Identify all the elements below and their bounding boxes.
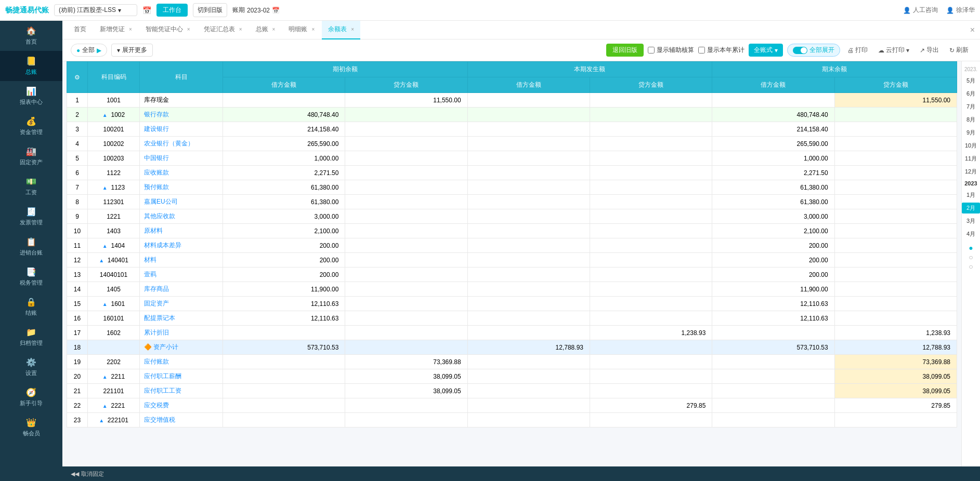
full-style-button[interactable]: 全账式 ▾ [749, 44, 783, 57]
settings-gear-icon[interactable]: ⚙ [74, 74, 80, 81]
account-name-link[interactable]: 建设银行 [144, 125, 169, 132]
tab-detail[interactable]: 明细账 × [282, 21, 321, 39]
switch-version-button[interactable]: 切到旧版 [193, 3, 227, 17]
company-selector[interactable]: (劝前) 江西股垄-LSS ▾ [54, 4, 137, 16]
show-aux-check[interactable] [648, 47, 655, 54]
expand-icon[interactable]: ▲ [102, 301, 109, 307]
account-name-link[interactable]: 材料 [144, 256, 156, 263]
cell-name[interactable]: 预付账款 [140, 180, 223, 195]
cell-name[interactable]: 应付账款 [140, 355, 223, 369]
cell-name[interactable]: 应交税费 [140, 398, 223, 413]
expand-icon[interactable]: ▲ [102, 185, 109, 191]
account-name-link[interactable]: 配提票记本 [144, 314, 175, 322]
filter-all-button[interactable]: ● 全部 ▶ [71, 44, 107, 57]
cell-name[interactable]: 累计折旧 [140, 326, 223, 340]
sidebar-item-reports[interactable]: 📊 报表中心 [0, 81, 62, 111]
tab-ledger-close[interactable]: × [272, 26, 276, 32]
side-icon-3[interactable]: ○ [969, 262, 973, 271]
cell-name[interactable]: 农业银行（黄金） [140, 137, 223, 151]
tab-smart-voucher-close[interactable]: × [187, 26, 190, 32]
table-container[interactable]: ⚙ 科目编码 科目 期初余额 本期发生额 期末余额 借方金额 贷方金额 [62, 61, 961, 466]
month-5[interactable]: 5月 [962, 75, 980, 86]
month-12[interactable]: 12月 [962, 166, 980, 177]
sidebar-item-purchase[interactable]: 📋 进销台账 [0, 232, 62, 262]
cell-name[interactable]: 嘉属EU公司 [140, 195, 223, 209]
month-10[interactable]: 10月 [962, 140, 980, 151]
month-4[interactable]: 4月 [962, 229, 980, 239]
cell-name[interactable]: 配提票记本 [140, 311, 223, 326]
sidebar-item-guide[interactable]: 🧭 新手引导 [0, 382, 62, 412]
sidebar-item-home[interactable]: 🏠 首页 [0, 21, 62, 51]
print-button[interactable]: 🖨 打印 [844, 45, 871, 56]
cell-name[interactable]: 其他应收款 [140, 209, 223, 224]
tab-new-voucher-close[interactable]: × [129, 26, 132, 32]
consult-button[interactable]: 👤 人工咨询 [903, 6, 938, 15]
tab-voucher-summary-close[interactable]: × [239, 26, 242, 32]
tab-new-voucher[interactable]: 新增凭证 × [94, 21, 138, 39]
refresh-button[interactable]: ↻ 刷新 [946, 45, 972, 56]
account-name-link[interactable]: 固定资产 [144, 300, 169, 307]
month-2[interactable]: 2月 [962, 203, 980, 213]
cell-name[interactable]: 壹羁 [140, 268, 223, 282]
cell-name[interactable]: 应收账款 [140, 166, 223, 180]
tab-voucher-summary[interactable]: 凭证汇总表 × [198, 21, 249, 39]
month-9[interactable]: 9月 [962, 127, 980, 138]
cell-name[interactable]: 材料 [140, 253, 223, 268]
sidebar-item-salary[interactable]: 💵 工资 [0, 171, 62, 202]
account-name-link[interactable]: 嘉属EU公司 [144, 198, 178, 205]
month-7[interactable]: 7月 [962, 101, 980, 112]
account-name-link[interactable]: 应交增值税 [144, 416, 175, 423]
cell-name[interactable]: 应付职工薪酬 [140, 369, 223, 384]
account-name-link[interactable]: 应付职工薪酬 [144, 372, 181, 380]
sidebar-item-close[interactable]: 🔒 结账 [0, 292, 62, 322]
month-1[interactable]: 1月 [962, 190, 980, 201]
expand-icon[interactable]: ▲ [102, 374, 109, 380]
cell-name[interactable]: 应交增值税 [140, 413, 223, 427]
return-old-version-button[interactable]: 退回旧版 [606, 44, 644, 57]
expand-icon[interactable]: ▲ [99, 418, 106, 423]
cell-name[interactable]: 银行存款 [140, 108, 223, 122]
sidebar-item-settings[interactable]: ⚙️ 设置 [0, 352, 62, 382]
tab-detail-close[interactable]: × [311, 26, 315, 32]
sidebar-item-tax[interactable]: 📑 税务管理 [0, 262, 62, 292]
show-ytd-checkbox[interactable]: 显示本年累计 [698, 46, 744, 55]
account-name-link[interactable]: 其他应收款 [144, 212, 175, 220]
tab-balance-close[interactable]: × [351, 26, 354, 32]
account-name-link[interactable]: 中国银行 [144, 154, 169, 162]
account-name-link[interactable]: 预付账款 [144, 183, 169, 191]
sidebar-item-ledger[interactable]: 📒 总账 [0, 51, 62, 81]
account-name-link[interactable]: 应付职工工资 [144, 387, 181, 394]
account-name-link[interactable]: 应交税费 [144, 402, 169, 409]
account-name-link[interactable]: 银行存款 [144, 111, 169, 118]
unpin-button[interactable]: ◀◀ 取消固定 [71, 470, 104, 478]
expand-icon[interactable]: ▲ [102, 243, 109, 249]
account-name-link[interactable]: 库存商品 [144, 285, 169, 292]
sidebar-item-member[interactable]: 👑 畅会员 [0, 412, 62, 443]
expand-more-button[interactable]: ▾ 展开更多 [111, 44, 153, 57]
side-icon-2[interactable]: ○ [969, 253, 973, 261]
account-name-link[interactable]: 材料成本差异 [144, 242, 181, 249]
account-name-link[interactable]: 农业银行（黄金） [144, 140, 194, 147]
export-button[interactable]: ↗ 导出 [917, 45, 942, 56]
cell-name[interactable]: 应付职工工资 [140, 384, 223, 398]
month-6[interactable]: 6月 [962, 88, 980, 99]
tab-home[interactable]: 首页 [68, 21, 93, 39]
period-edit-icon[interactable]: 📅 [272, 7, 280, 14]
cell-name[interactable]: 库存商品 [140, 282, 223, 297]
expand-all-toggle[interactable]: 全部展开 [787, 44, 840, 57]
tab-balance[interactable]: 余额表 × [322, 21, 360, 39]
cell-name[interactable]: 中国银行 [140, 151, 223, 166]
account-name-link[interactable]: 原材料 [144, 227, 163, 234]
cloud-print-button[interactable]: ☁ 云打印 ▾ [875, 45, 912, 56]
month-3[interactable]: 3月 [962, 216, 980, 226]
expand-icon[interactable]: ▲ [102, 112, 109, 118]
cell-name[interactable]: 原材料 [140, 224, 223, 238]
sidebar-item-fixed-assets[interactable]: 🏭 固定资产 [0, 141, 62, 171]
expand-icon[interactable]: ▲ [99, 258, 106, 263]
cell-name[interactable]: 材料成本差异 [140, 238, 223, 253]
account-name-link[interactable]: 累计折旧 [144, 329, 169, 336]
tab-ledger[interactable]: 总账 × [250, 21, 282, 39]
cell-name[interactable]: 固定资产 [140, 297, 223, 311]
sidebar-item-assets[interactable]: 💰 资金管理 [0, 111, 62, 141]
sidebar-item-invoice[interactable]: 🧾 发票管理 [0, 202, 62, 232]
